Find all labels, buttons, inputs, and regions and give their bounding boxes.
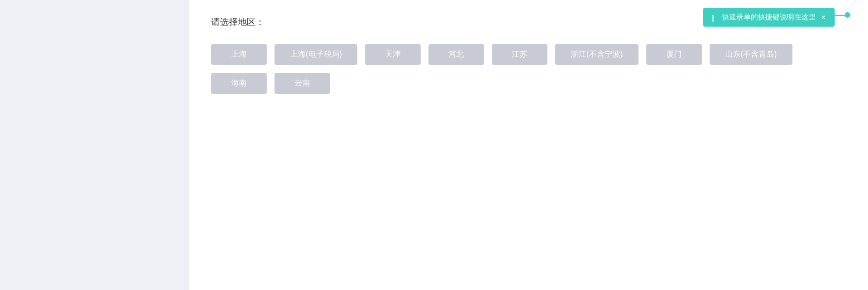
tooltip-line <box>834 15 845 16</box>
region-buttons: 上海上海(电子税局)天津河北江苏浙江(不含宁波)厦门山东(不含青岛)海南云南 <box>211 44 846 94</box>
main-content: 请选择地区： 上海上海(电子税局)天津河北江苏浙江(不含宁波)厦门山东(不含青岛… <box>189 0 868 290</box>
region-button-hebei[interactable]: 河北 <box>428 44 484 65</box>
tooltip-text: 快速录单的快捷键说明在这里 <box>722 12 816 22</box>
region-button-xiamen[interactable]: 厦门 <box>646 44 702 65</box>
region-button-shanghai-etax[interactable]: 上海(电子税局) <box>275 44 357 65</box>
tooltip-close-button[interactable]: × <box>821 13 826 21</box>
left-sidebar <box>0 0 189 290</box>
region-button-hainan[interactable]: 海南 <box>211 73 267 94</box>
region-button-jiangsu[interactable]: 江苏 <box>492 44 547 65</box>
tooltip-dot <box>845 12 850 18</box>
region-button-zhejiang[interactable]: 浙江(不含宁波) <box>555 44 638 65</box>
tooltip-banner: 快速录单的快捷键说明在这里 × <box>703 8 835 27</box>
region-button-shanghai[interactable]: 上海 <box>211 44 267 65</box>
region-button-yunnan[interactable]: 云南 <box>275 73 330 94</box>
region-button-shandong[interactable]: 山东(不含青岛) <box>710 44 792 65</box>
region-button-tianjin[interactable]: 天津 <box>365 44 421 65</box>
